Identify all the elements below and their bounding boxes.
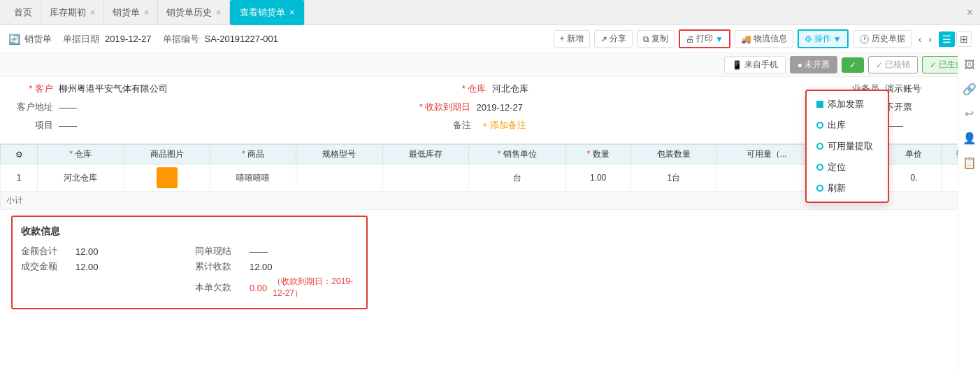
right-sidebar: 🖼 🔗 ↩ 👤 📋 ⤢ bbox=[958, 50, 980, 373]
phone-button[interactable]: 📱 来自手机 bbox=[724, 56, 786, 73]
user-sidebar-icon[interactable]: 👤 bbox=[960, 129, 979, 148]
truck-icon: 🚚 bbox=[741, 34, 751, 44]
tab-home[interactable]: 首页 bbox=[6, 0, 41, 25]
checkmark-icon: ✓ bbox=[876, 60, 883, 70]
doc-sidebar-icon[interactable]: 📋 bbox=[960, 153, 979, 172]
operations-button[interactable]: ⚙ 操作 ▼ bbox=[798, 29, 849, 48]
invoice-icon bbox=[816, 101, 823, 108]
menu-item-available[interactable]: 可用量提取 bbox=[807, 136, 888, 157]
print-icon: 🖨 bbox=[686, 34, 694, 44]
doc-type: 🔄 销货单 bbox=[8, 33, 52, 45]
doc-type-icon: 🔄 bbox=[8, 34, 20, 45]
operations-dropdown: 添加发票 出库 可用量提取 定位 刷新 bbox=[805, 90, 889, 203]
summary-title: 收款信息 bbox=[21, 225, 358, 238]
project-label: 项目 bbox=[11, 119, 53, 132]
link-sidebar-icon[interactable]: 🔗 bbox=[960, 80, 979, 99]
ops-dropdown-arrow: ▼ bbox=[833, 34, 842, 44]
share-button[interactable]: ↗ 分享 bbox=[594, 30, 633, 48]
summary-box: 收款信息 金额合计 12.00 同单现结 —— 成交金额 12.00 累计收款 … bbox=[11, 216, 368, 309]
cumulative-row: 累计收款 12.00 bbox=[195, 260, 358, 273]
uninvoiced-button[interactable]: ● 未开票 bbox=[790, 56, 837, 73]
tab-close-view[interactable]: × bbox=[289, 8, 294, 17]
tab-inventory-init[interactable]: 库存期初 × bbox=[41, 0, 104, 25]
undo-sidebar-icon[interactable]: ↩ bbox=[962, 104, 977, 123]
tab-sales-history[interactable]: 销货单历史 × bbox=[158, 0, 230, 25]
check-button[interactable]: ✓ bbox=[842, 57, 864, 73]
share-icon: ↗ bbox=[600, 34, 607, 44]
toolbar-right: + 新增 ↗ 分享 ⧉ 复制 🖨 打印 ▼ 🚚 物流信息 ⚙ 操作 ▼ bbox=[554, 29, 972, 48]
owed-row: 本单欠款 0.00 （收款到期日：2019-12-27） bbox=[195, 276, 358, 300]
copy-button[interactable]: ⧉ 复制 bbox=[637, 30, 675, 48]
ticket-value: 不开票 bbox=[885, 101, 969, 113]
row-product: 嘻嘻嘻嘻 bbox=[210, 164, 296, 192]
phone-icon: 📱 bbox=[732, 60, 742, 70]
cumulative-value: 12.00 bbox=[250, 262, 273, 272]
tab-bar: 首页 库存期初 × 销货单 × 销货单历史 × 查看销货单 × × bbox=[0, 0, 980, 25]
main-content: 🔄 销货单 单据日期 2019-12-27 单据编号 SA-20191227-0… bbox=[0, 25, 980, 373]
row-qty: 1.00 bbox=[565, 164, 630, 192]
same-order-row: 同单现结 —— bbox=[195, 245, 358, 258]
th-available: 可用量（... bbox=[717, 145, 816, 164]
tab-view-sales[interactable]: 查看销货单 × bbox=[230, 0, 305, 25]
logistics-button[interactable]: 🚚 物流信息 bbox=[735, 30, 793, 48]
row-image bbox=[124, 164, 210, 192]
menu-item-outbound[interactable]: 出库 bbox=[807, 115, 888, 136]
outbound-icon bbox=[816, 122, 823, 129]
print-button[interactable]: 🖨 打印 ▼ bbox=[679, 29, 730, 48]
tab-close-sales[interactable]: × bbox=[144, 8, 149, 17]
deal-amount-label: 成交金额 bbox=[21, 260, 70, 273]
th-min-stock: 最低库存 bbox=[382, 145, 468, 164]
salesperson-value: —— bbox=[885, 120, 969, 131]
customer-value: 柳州粤港平安气体有限公司 bbox=[59, 83, 168, 95]
deal-amount-row: 成交金额 12.00 bbox=[21, 260, 184, 273]
locate-icon bbox=[816, 164, 823, 171]
doc-number-section: 单据编号 SA-20191227-001 bbox=[163, 33, 279, 45]
total-value: 12.00 bbox=[75, 246, 99, 257]
address-value: —— bbox=[59, 102, 143, 113]
th-price: 单价 bbox=[887, 145, 942, 164]
th-qty: * 数量 bbox=[565, 145, 630, 164]
ticket-icon: ● bbox=[798, 60, 802, 70]
th-warehouse: * 仓库 bbox=[38, 145, 124, 164]
list-view-btn[interactable]: ☰ bbox=[939, 31, 955, 47]
add-button[interactable]: + 新增 bbox=[554, 30, 590, 48]
tab-close-inventory[interactable]: × bbox=[90, 8, 95, 17]
th-product: * 商品 bbox=[210, 145, 296, 164]
th-pack-qty: 包装数量 bbox=[630, 145, 716, 164]
nav-arrows: ‹ › bbox=[916, 32, 935, 46]
view-toggle: ☰ ⊞ bbox=[939, 31, 972, 47]
row-available bbox=[717, 164, 816, 192]
row-warehouse: 河北仓库 bbox=[38, 164, 124, 192]
menu-item-refresh[interactable]: 刷新 bbox=[807, 178, 888, 199]
th-unit: * 销售单位 bbox=[469, 145, 566, 164]
tab-sales-order[interactable]: 销货单 × bbox=[104, 0, 158, 25]
grid-view-btn[interactable]: ⊞ bbox=[956, 31, 972, 47]
sub-toolbar: 📱 来自手机 ● 未开票 ✓ ✓ 已核销 ✓ 已生效 bbox=[0, 53, 980, 77]
due-date-label: * 收款到期日 bbox=[419, 101, 471, 113]
row-pack-qty: 1台 bbox=[630, 164, 716, 192]
row-price: 0. bbox=[887, 164, 942, 192]
th-gear[interactable]: ⚙ bbox=[1, 145, 38, 164]
doc-header: 🔄 销货单 单据日期 2019-12-27 单据编号 SA-20191227-0… bbox=[0, 25, 980, 53]
customer-label: * 客户 bbox=[11, 83, 53, 95]
effective-icon: ✓ bbox=[930, 60, 937, 70]
next-arrow[interactable]: › bbox=[925, 32, 935, 46]
refresh-icon bbox=[816, 185, 823, 192]
image-sidebar-icon[interactable]: 🖼 bbox=[961, 56, 978, 74]
owed-note: （收款到期日：2019-12-27） bbox=[273, 276, 358, 300]
add-remark-button[interactable]: + 添加备注 bbox=[482, 119, 526, 132]
row-min-stock bbox=[382, 164, 468, 192]
menu-item-locate[interactable]: 定位 bbox=[807, 157, 888, 178]
due-date-value: 2019-12-27 bbox=[477, 102, 561, 113]
operations-icon: ⚙ bbox=[805, 34, 812, 44]
history-icon: 🕐 bbox=[859, 34, 870, 44]
history-button[interactable]: 🕐 历史单据 bbox=[853, 30, 911, 48]
sold-status-badge: ✓ 已核销 bbox=[868, 56, 918, 73]
copy-icon: ⧉ bbox=[643, 34, 649, 44]
global-close-icon[interactable]: × bbox=[967, 6, 973, 19]
total-row: 金额合计 12.00 bbox=[21, 245, 184, 258]
prev-arrow[interactable]: ‹ bbox=[916, 32, 925, 46]
tab-close-history[interactable]: × bbox=[216, 8, 221, 17]
deal-amount-value: 12.00 bbox=[75, 262, 99, 272]
menu-item-invoice[interactable]: 添加发票 bbox=[807, 94, 888, 115]
